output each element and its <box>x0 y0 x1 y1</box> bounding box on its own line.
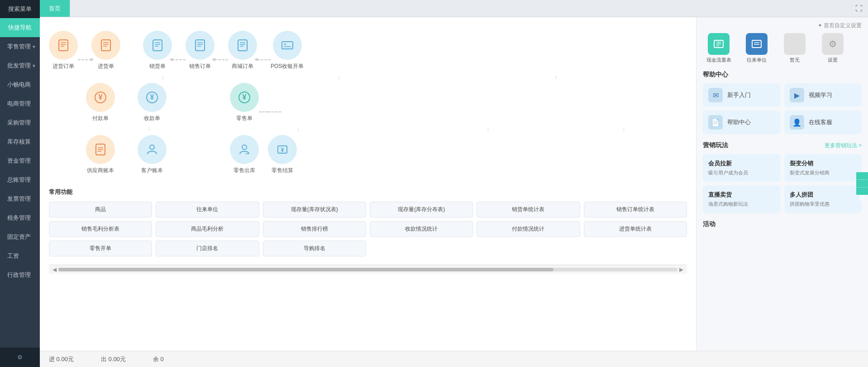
more-marketing-link[interactable]: 更多营销玩法 > <box>825 142 862 150</box>
main-area: 首页 ⛶ 进货订单 <box>40 0 868 367</box>
sidebar-item-invoice[interactable]: 发票管理 <box>0 189 40 208</box>
sidebar-settings-button[interactable]: ⚙ <box>0 348 40 367</box>
flow-node-customer-account[interactable]: 客户账本 <box>138 135 167 174</box>
func-btn-导购排名[interactable]: 导购排名 <box>263 241 366 256</box>
marketing-item-2[interactable]: 直播卖货场景式购物新玩法 <box>703 185 781 213</box>
quick-icons: 现金流量表往来单位暂无⚙设置 <box>703 33 862 63</box>
flow-node-retail-order[interactable]: ¥ 零售单 <box>230 83 259 122</box>
help-item-1[interactable]: ▶视频学习 <box>784 83 862 107</box>
func-btn-现存量(库存分布表)[interactable]: 现存量(库存分布表) <box>370 202 473 217</box>
marketing-item-1[interactable]: 裂变分销裂变式发展分销商 <box>784 154 862 182</box>
flow-node-sales-order[interactable]: 销售订单 <box>186 31 215 70</box>
down-arrow-retail: ↓ <box>466 126 511 132</box>
help-item-3[interactable]: 👤在线客服 <box>784 111 862 134</box>
scroll-thumb <box>58 268 553 271</box>
flow-node-purchase-order[interactable]: 进货订单 <box>49 31 78 70</box>
quick-nav-button[interactable]: 快捷导航 <box>0 18 40 37</box>
sidebar-item-ledger[interactable]: 总账管理 <box>0 170 40 189</box>
svg-rect-20 <box>282 42 293 49</box>
bottom-stat-0: 进 0.00元 <box>49 355 74 363</box>
sidebar-item-ecommerce-mgmt[interactable]: 电商管理 <box>0 94 40 113</box>
marketing-title: 营销玩法 <box>703 141 728 150</box>
tab-home[interactable]: 首页 <box>40 0 70 17</box>
down-arrow-mall: ↓ <box>533 73 578 80</box>
help-center-title: 帮助中心 <box>703 71 862 79</box>
flow-node-retail-settle[interactable]: ¥ 零售结算 <box>268 135 297 174</box>
func-btn-现存量(库存状况表)[interactable]: 现存量(库存状况表) <box>263 202 366 217</box>
activity-section: 活动 <box>703 220 862 228</box>
func-btn-商品[interactable]: 商品 <box>49 202 152 217</box>
right-header: ✦ 首页自定义设置 <box>703 22 862 29</box>
svg-point-33 <box>150 145 154 150</box>
func-btn-销售排行榜[interactable]: 销售排行榜 <box>263 221 366 237</box>
svg-rect-0 <box>59 40 68 51</box>
func-btn-收款情况统计[interactable]: 收款情况统计 <box>370 221 473 237</box>
flow-node-receipt[interactable]: ¥ 收款单 <box>138 83 167 122</box>
flow-node-pos[interactable]: POS收银开单 <box>271 31 304 70</box>
float-btn-0[interactable]: 客服热线 <box>856 172 868 180</box>
float-btn-1[interactable]: 服务社区 <box>856 180 868 188</box>
func-btn-进货单统计表[interactable]: 进货单统计表 <box>584 221 687 237</box>
sidebar-item-procurement[interactable]: 采购管理 <box>0 113 40 132</box>
sidebar-item-tax[interactable]: 税务管理 <box>0 208 40 227</box>
search-menu-button[interactable]: 搜索菜单 <box>0 0 40 18</box>
help-icon-2: 📄 <box>708 115 723 130</box>
func-btn-商品毛利分析[interactable]: 商品毛利分析 <box>156 221 259 237</box>
func-btn-付款情况统计[interactable]: 付款情况统计 <box>477 221 580 237</box>
tabbar: 首页 ⛶ <box>40 0 868 17</box>
scroll-right-arrow[interactable]: ▶ <box>679 266 683 273</box>
right-panel: ✦ 首页自定义设置 现金流量表往来单位暂无⚙设置 帮助中心 ✉新手入门▶视频学习… <box>696 17 868 351</box>
common-functions-section: 常用功能 商品往来单位现存量(库存状况表)现存量(库存分布表)销货单统计表销售订… <box>49 188 687 265</box>
scroll-bar: ◀ ▶ <box>49 265 687 274</box>
homepage-settings-link[interactable]: ✦ 首页自定义设置 <box>818 22 862 29</box>
quick-icon-2[interactable]: 暂无 <box>779 33 811 63</box>
sidebar-item-wholesale[interactable]: 批发管理 ▼ <box>0 56 40 75</box>
flow-node-sales[interactable]: 销货单 <box>143 31 172 70</box>
help-item-0[interactable]: ✉新手入门 <box>703 83 781 107</box>
down-arrow-purchase: ↓ <box>140 73 186 80</box>
marketing-grid: 会员拉新吸引用户成为会员裂变分销裂变式发展分销商直播卖货场景式购物新玩法多人拼团… <box>703 154 862 213</box>
quick-icon-0[interactable]: 现金流量表 <box>703 33 734 63</box>
func-btn-销售毛利分析表[interactable]: 销售毛利分析表 <box>49 221 152 237</box>
quick-icon-1[interactable]: 往来单位 <box>741 33 773 63</box>
func-btn-零售开单[interactable]: 零售开单 <box>49 241 152 256</box>
flow-node-mall-order[interactable]: 商城订单 <box>228 31 257 70</box>
down-arrow-retail2: ↓ <box>601 126 646 132</box>
help-item-2[interactable]: 📄帮助中心 <box>703 111 781 134</box>
down-arrow-payment: ↓ <box>127 126 172 132</box>
func-row3: 零售开单门店排名导购排名 <box>49 241 687 256</box>
svg-text:¥: ¥ <box>150 93 154 101</box>
activity-title: 活动 <box>703 220 862 228</box>
content-area: 进货订单 进货单 <box>40 17 868 351</box>
down-arrow-receipt: ↓ <box>276 126 321 132</box>
flow-node-payment[interactable]: ¥ 付款单 <box>86 83 115 122</box>
bottom-stat-2: 余 0 <box>153 355 164 363</box>
sidebar-item-payroll[interactable]: 工资 <box>0 246 40 266</box>
func-btn-销售订单统计表[interactable]: 销售订单统计表 <box>584 202 687 217</box>
marketing-item-3[interactable]: 多人拼团拼团购物享受优惠 <box>784 185 862 213</box>
help-icon-3: 👤 <box>790 115 804 130</box>
scroll-track[interactable] <box>58 268 677 271</box>
sidebar-item-retail[interactable]: 零售管理 ▼ <box>0 37 40 56</box>
fullscreen-button[interactable]: ⛶ <box>850 0 868 17</box>
svg-text:¥: ¥ <box>99 93 103 101</box>
sidebar-item-funds[interactable]: 资金管理 <box>0 151 40 170</box>
flow-node-purchase[interactable]: 进货单 <box>91 31 120 70</box>
svg-rect-12 <box>196 40 205 51</box>
sidebar-item-ecommerce[interactable]: 小畅电商 <box>0 75 40 94</box>
sidebar-item-inventory[interactable]: 库存核算 <box>0 132 40 151</box>
func-btn-往来单位[interactable]: 往来单位 <box>156 202 259 217</box>
marketing-item-0[interactable]: 会员拉新吸引用户成为会员 <box>703 154 781 182</box>
float-btn-2[interactable]: 桌面快捷 <box>856 188 868 195</box>
flow-node-supplier-account[interactable]: 供应商账本 <box>86 135 115 174</box>
scroll-left-arrow[interactable]: ◀ <box>52 266 57 273</box>
func-btn-销货单统计表[interactable]: 销货单统计表 <box>477 202 580 217</box>
sidebar-item-admin[interactable]: 行政管理 <box>0 266 40 285</box>
flow-node-retail-out[interactable]: 零售出库 <box>230 135 259 174</box>
marketing-section: 营销玩法 更多营销玩法 > 会员拉新吸引用户成为会员裂变分销裂变式发展分销商直播… <box>703 141 862 213</box>
quick-icon-3[interactable]: ⚙设置 <box>817 33 849 63</box>
sidebar: 搜索菜单 快捷导航 零售管理 ▼ 批发管理 ▼ 小畅电商 电商管理 采购管理 库… <box>0 0 40 367</box>
func-row1: 商品往来单位现存量(库存状况表)现存量(库存分布表)销货单统计表销售订单统计表 <box>49 202 687 217</box>
func-btn-门店排名[interactable]: 门店排名 <box>156 241 259 256</box>
sidebar-item-assets[interactable]: 固定资产 <box>0 227 40 246</box>
